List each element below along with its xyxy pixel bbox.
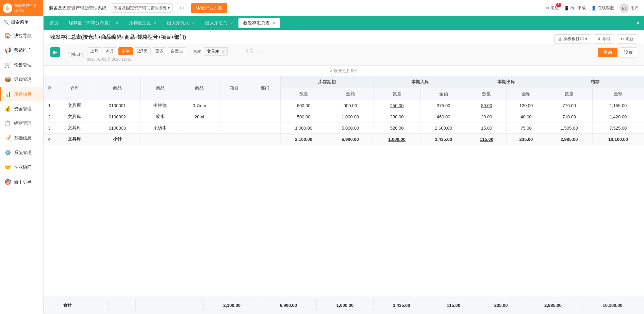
cell-project: [219, 100, 250, 111]
cell-department: [250, 122, 280, 134]
cell-warehouse: 文具库: [55, 134, 94, 145]
warehouse-tag-close[interactable]: ✕: [221, 49, 225, 54]
search-icon: 🔍: [3, 20, 9, 25]
setting-button[interactable]: 设置: [620, 47, 637, 57]
finance-icon: 💰: [4, 105, 11, 112]
sidebar-item-basic-info[interactable]: 📝 基础信息: [0, 131, 43, 145]
refresh-btn-label: 刷新: [625, 36, 633, 42]
cell-opening-qty: 600.00: [280, 100, 327, 111]
sidebar-item-label: 销售管理: [14, 62, 32, 68]
footer-out-amt: 235.00: [477, 299, 525, 311]
sidebar-item-inventory[interactable]: 📊 库存核算: [0, 87, 43, 101]
col-group-balance: 结存: [546, 76, 644, 88]
cell-out-qty[interactable]: 15.00: [467, 122, 506, 134]
date-btn-this-month[interactable]: 本月: [103, 47, 117, 55]
tab-batch-ledger-close[interactable]: ✕: [154, 21, 157, 26]
tab-inout-summary[interactable]: 出入库汇总 ✕: [200, 18, 238, 28]
footer-opening-amt: 6,900.00: [260, 299, 317, 311]
tab-bar-close[interactable]: ✕: [633, 20, 643, 26]
date-btn-7days[interactable]: 近7天: [134, 47, 151, 55]
sidebar-brand: 畅捷通好生意 标准版: [14, 3, 37, 13]
tab-inventory-dist[interactable]: 现存量（库存分布表） ✕: [64, 18, 123, 28]
col-out-qty-header: 数量: [467, 88, 506, 100]
tab-inventory-dist-close[interactable]: ✕: [116, 21, 119, 26]
download-icon: 📱: [564, 6, 569, 11]
cell-out-amt: 40.00: [506, 111, 546, 122]
sidebar-item-system[interactable]: ⚙️ 系统管理: [0, 145, 43, 160]
goods-filter-section: 商品 ...: [245, 47, 263, 54]
sidebar-search-item[interactable]: 🔍 搜索菜单: [0, 16, 43, 28]
tab-inout-flow-close[interactable]: ✕: [192, 21, 195, 26]
footer-in-amt: 3,435.00: [373, 299, 430, 311]
user-menu-button[interactable]: Ea 用户: [620, 3, 639, 13]
date-btn-this-year[interactable]: 本年: [118, 47, 133, 55]
cell-department: [250, 134, 280, 145]
query-button[interactable]: 查询: [598, 48, 617, 57]
tab-recv-send-summary-close[interactable]: ✕: [273, 21, 276, 26]
col-settings[interactable]: ⚙: [44, 76, 55, 100]
cell-in-qty[interactable]: 250.00: [374, 100, 420, 111]
online-service-button[interactable]: 👤 在线客服: [591, 5, 614, 11]
goods-filter-label: 商品: [245, 48, 253, 54]
sidebar-nav: 🏠 快捷导航 📢 营销推广 🛒 销售管理 📦 采购管理 📊 库存核算 💰 资金管…: [0, 28, 43, 314]
cell-balance-amt: 1,155.00: [593, 100, 644, 111]
tab-home[interactable]: 首页: [45, 18, 63, 28]
tab-home-label: 首页: [50, 20, 59, 26]
cell-opening-amt: 6,900.00: [327, 134, 374, 145]
sidebar-item-sales[interactable]: 🛒 销售管理: [0, 57, 43, 72]
sidebar-item-finance[interactable]: 💰 资金管理: [0, 101, 43, 116]
expand-conditions-button[interactable]: ∨ 展开更多条件: [329, 68, 358, 74]
cell-product-code: 0100003: [94, 122, 141, 134]
goods-more-button[interactable]: ...: [255, 47, 263, 54]
beginner-icon: 🎯: [4, 179, 11, 185]
tab-recv-send-summary[interactable]: 收发存汇总表 ✕: [238, 18, 280, 28]
inventory-icon: 📊: [4, 91, 11, 97]
tab-batch-ledger[interactable]: 库存批次账 ✕: [124, 18, 162, 28]
sidebar-item-label: 企业协同: [14, 164, 32, 170]
cell-in-qty[interactable]: 1,000.00: [374, 134, 420, 145]
col-opening-qty-header: 数量: [280, 88, 327, 100]
system-selector[interactable]: 装备及固定资产辅助管理系统 ▾: [111, 3, 173, 13]
sidebar-item-operations[interactable]: 📋 经营管理: [0, 116, 43, 131]
cell-product-spec: 20ml: [180, 111, 219, 122]
sidebar-item-marketing[interactable]: 📢 营销推广: [0, 43, 43, 57]
cell-out-qty[interactable]: 115.00: [467, 134, 506, 145]
sidebar-item-enterprise[interactable]: 🤝 企业协同: [0, 160, 43, 175]
cell-out-amt: 75.00: [506, 122, 546, 134]
export-button[interactable]: ⬇ 导出: [594, 34, 614, 44]
cell-opening-amt: 5,000.00: [327, 122, 374, 134]
tab-inout-summary-close[interactable]: ✕: [230, 21, 233, 26]
date-btn-last-month[interactable]: 上月: [87, 47, 101, 55]
page-title-row: 收发存汇总表(按仓库+商品编码+商品+规格型号+项目+部门) 🖨 换模板打印 ▾…: [44, 30, 644, 44]
col-project-header: 项目: [219, 76, 250, 100]
trial-button[interactable]: 体验行业方案: [191, 3, 227, 13]
warehouse-tag[interactable]: 文具库 ✕: [204, 47, 228, 56]
date-range-display: 2023-01-01 至 2023-12-31: [87, 57, 186, 62]
tab-batch-ledger-label: 库存批次账: [129, 20, 151, 26]
cell-in-qty[interactable]: 520.00: [374, 122, 420, 134]
cell-out-amt: 235.00: [506, 134, 546, 145]
sidebar-item-quick-nav[interactable]: 🏠 快捷导航: [0, 28, 43, 43]
app-download-button[interactable]: 📱 App下载: [564, 5, 586, 11]
sidebar-item-beginner[interactable]: 🎯 新手引导: [0, 175, 43, 189]
tab-inout-flow[interactable]: 出入库流水 ✕: [162, 18, 200, 28]
cell-in-amt: 3,435.00: [420, 134, 467, 145]
warehouse-more-button[interactable]: ...: [230, 48, 238, 55]
sidebar-item-label: 系统管理: [14, 150, 32, 156]
date-btn-custom[interactable]: 自定义: [168, 47, 186, 55]
messages-button[interactable]: ✉ 消息 6: [546, 5, 559, 11]
refresh-button[interactable]: ↻ 刷新: [617, 34, 637, 44]
filter-toggle-button[interactable]: ▶: [50, 47, 60, 57]
warehouse-filter-section: 仓库 文具库 ✕ ...: [193, 47, 238, 56]
date-shortcuts: 上月 本月 本年 近7天 更多 自定义: [87, 47, 186, 55]
filter-row: ▶ 记账日期 上月 本月 本年 近7天 更多 自定义 2023-01-01 至 …: [44, 44, 644, 66]
print-template-button[interactable]: 🖨 换模板打印 ▾: [554, 34, 591, 44]
cell-in-qty[interactable]: 230.00: [374, 111, 420, 122]
settings-button[interactable]: ⚙: [177, 3, 187, 13]
cell-product-spec: 0.7mm: [180, 100, 219, 111]
sidebar-item-purchase[interactable]: 📦 采购管理: [0, 72, 43, 87]
cell-out-qty[interactable]: 20.00: [467, 111, 506, 122]
cell-out-qty[interactable]: 80.00: [467, 100, 506, 111]
data-table: ⚙ 仓库 商品 商品 商品 项目 部门 库存期初 本期入库 本期出库 结存 数量: [44, 76, 644, 145]
date-btn-more[interactable]: 更多: [152, 47, 166, 55]
